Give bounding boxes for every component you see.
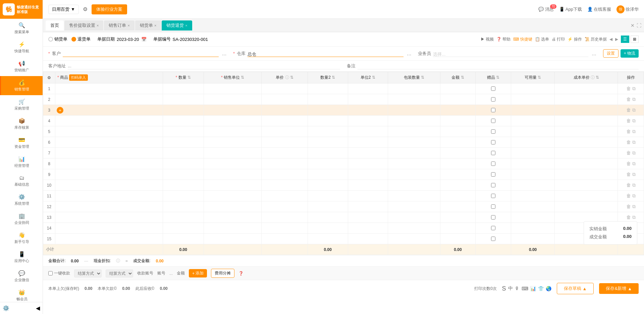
cost-price-cell-10[interactable] <box>555 180 618 191</box>
gift-checkbox-2[interactable] <box>491 97 495 102</box>
staff-input[interactable]: 选择... <box>433 50 588 57</box>
gift-checkbox-4[interactable] <box>491 119 495 123</box>
unit-cell-7[interactable] <box>204 148 262 159</box>
gift-cell-14[interactable] <box>476 223 511 234</box>
gift-cell-7[interactable] <box>476 148 511 159</box>
unit-cell-9[interactable] <box>204 169 262 180</box>
gift-checkbox-14[interactable] <box>491 226 495 230</box>
price-cell-3[interactable] <box>262 105 308 116</box>
unit-cell-10[interactable] <box>204 180 262 191</box>
qty-cell-15[interactable] <box>163 234 204 244</box>
gift-checkbox-1[interactable] <box>491 86 495 91</box>
tab-sales-close[interactable]: × <box>154 23 156 27</box>
gift-checkbox-12[interactable] <box>491 204 495 209</box>
toolbar-icon-2[interactable]: 🎙 <box>515 286 520 291</box>
pack-qty-cell-13[interactable] <box>388 212 440 223</box>
gift-checkbox-10[interactable] <box>491 183 495 187</box>
sidebar-item-wechat[interactable]: 💬 企业微信 <box>0 267 43 286</box>
address-input[interactable] <box>68 63 340 69</box>
price-cell-14[interactable] <box>262 223 308 234</box>
qty2-cell-11[interactable] <box>308 191 348 201</box>
operate-btn[interactable]: ⚡ 操作 <box>568 37 582 42</box>
sidebar-item-search[interactable]: 🔍 搜索菜单 <box>0 19 43 38</box>
gift-checkbox-9[interactable] <box>491 172 495 177</box>
qty2-cell-4[interactable] <box>308 116 348 126</box>
sidebar-item-base[interactable]: 🗂 基础信息 <box>0 172 43 190</box>
tab-price-setting-close[interactable]: × <box>97 23 99 27</box>
qty2-cell-7[interactable] <box>308 148 348 159</box>
unit2-sort-icon[interactable]: ⇅ <box>372 75 375 80</box>
unit-sort-icon[interactable]: ⇅ <box>241 75 244 80</box>
copy-row-btn-8[interactable]: ⧉ <box>632 161 636 167</box>
qty-cell-3[interactable] <box>163 105 204 116</box>
calc-method-select[interactable]: 结算方式 <box>106 269 133 277</box>
available-cell-2[interactable] <box>511 94 555 105</box>
unit2-cell-7[interactable] <box>348 148 388 159</box>
gift-cell-11[interactable] <box>476 191 511 201</box>
product-cell-3[interactable]: + <box>55 105 163 116</box>
unit-cell-14[interactable] <box>204 223 262 234</box>
warehouse-input[interactable]: 总仓 <box>248 50 404 57</box>
unit2-cell-1[interactable] <box>348 83 388 94</box>
delete-row-btn-2[interactable]: 🗑 <box>626 97 631 102</box>
delete-row-btn-5[interactable]: 🗑 <box>626 129 631 134</box>
delete-row-btn-11[interactable]: 🗑 <box>626 193 631 199</box>
prev-record-icon[interactable]: ◀ <box>609 37 612 42</box>
tab-price-setting[interactable]: 售价提取设置 × <box>64 20 103 30</box>
unit2-cell-6[interactable] <box>348 137 388 148</box>
settings-btn[interactable]: 设置 <box>603 49 619 58</box>
unit-cell-2[interactable] <box>204 94 262 105</box>
amount-cell-1[interactable] <box>440 83 476 94</box>
amount-cell-2[interactable] <box>440 94 476 105</box>
delete-row-btn-7[interactable]: 🗑 <box>626 150 631 156</box>
gift-checkbox-13[interactable] <box>491 215 495 219</box>
radio-return[interactable]: 退货单 <box>71 36 91 42</box>
unit-cell-11[interactable] <box>204 191 262 201</box>
customer-input[interactable] <box>63 50 219 57</box>
select-order-btn[interactable]: 📋 选单 <box>535 37 549 42</box>
copy-row-btn-1[interactable]: ⧉ <box>632 86 636 91</box>
product-cell-13[interactable] <box>55 212 163 223</box>
staff-dots[interactable]: ... <box>592 51 596 57</box>
industry-select[interactable]: 日用百货 ▼ <box>48 5 79 14</box>
gift-checkbox-15[interactable] <box>491 237 495 241</box>
pack-qty-cell-2[interactable] <box>388 94 440 105</box>
sidebar-collapse-icon[interactable]: ◀ <box>36 305 40 311</box>
unit2-cell-13[interactable] <box>348 212 388 223</box>
unit2-cell-2[interactable] <box>348 94 388 105</box>
one-click-pay-checkbox[interactable]: 一键收款 <box>48 270 70 276</box>
app-download-btn[interactable]: 📱 App下载 <box>559 6 582 12</box>
toolbar-icon-1[interactable]: 中 <box>508 286 513 292</box>
qty-cell-1[interactable] <box>163 83 204 94</box>
amount-cell-5[interactable] <box>440 126 476 137</box>
toolbar-icon-5[interactable]: 👕 <box>538 286 544 291</box>
toolbar-icon-6[interactable]: 🌏 <box>546 286 551 291</box>
pack-qty-cell-6[interactable] <box>388 137 440 148</box>
available-cell-14[interactable] <box>511 223 555 234</box>
gift-checkbox-11[interactable] <box>491 194 495 198</box>
tab-sales-return-close[interactable]: × <box>185 23 187 27</box>
qty2-cell-6[interactable] <box>308 137 348 148</box>
pack-qty-cell-12[interactable] <box>388 201 440 212</box>
qty2-cell-13[interactable] <box>308 212 348 223</box>
delete-row-btn-4[interactable]: 🗑 <box>626 118 631 124</box>
help-btn[interactable]: ❓ 帮助 <box>496 37 511 42</box>
gift-cell-3[interactable] <box>476 105 511 116</box>
sidebar-item-system[interactable]: ⚙️ 系统管理 <box>0 190 43 209</box>
unit-cell-15[interactable] <box>204 234 262 244</box>
available-cell-5[interactable] <box>511 126 555 137</box>
gift-cell-12[interactable] <box>476 201 511 212</box>
tab-sales-order-close[interactable]: × <box>127 23 129 27</box>
save-new-btn[interactable]: 保存&新增 ▲ <box>599 283 639 294</box>
copy-row-btn-5[interactable]: ⧉ <box>632 129 636 134</box>
price-cell-11[interactable] <box>262 191 308 201</box>
copy-row-btn-9[interactable]: ⧉ <box>632 172 636 177</box>
scan-input-btn[interactable]: 扫码录入 <box>69 74 88 81</box>
pack-qty-cell-15[interactable] <box>388 234 440 244</box>
amount-cell-9[interactable] <box>440 169 476 180</box>
sidebar-item-finance[interactable]: 💳 资金管理 <box>0 133 43 152</box>
add-logistics-btn[interactable]: + 物流 <box>621 49 639 58</box>
amount-cell-4[interactable] <box>440 116 476 126</box>
copy-row-btn-4[interactable]: ⧉ <box>632 118 636 124</box>
unit2-cell-10[interactable] <box>348 180 388 191</box>
